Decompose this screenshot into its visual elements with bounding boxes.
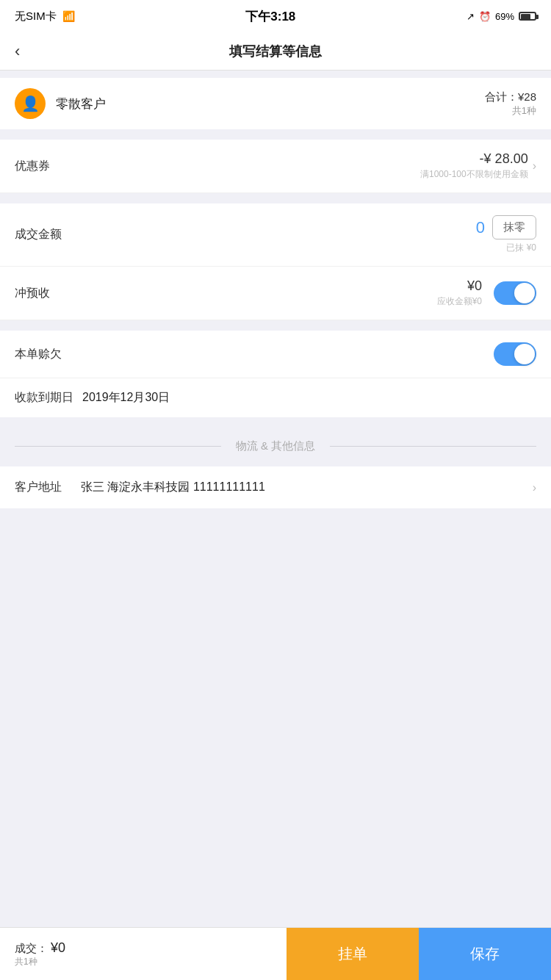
back-button[interactable]: ‹	[15, 42, 20, 61]
save-button[interactable]: 保存	[419, 928, 551, 980]
due-date-value: 2019年12月30日	[82, 390, 170, 406]
location-icon: ↗	[467, 11, 475, 22]
battery-icon	[519, 12, 536, 21]
bottom-deal-label: 成交：	[15, 942, 48, 956]
prepay-receivable: 应收金额¥0	[437, 295, 482, 308]
chevron-icon: ›	[533, 159, 536, 173]
grey-spacer	[0, 508, 551, 729]
coupon-label: 优惠券	[15, 159, 73, 174]
prepay-label: 冲预收	[15, 286, 73, 301]
total-amount: 合计：¥28	[485, 90, 536, 104]
due-date-row: 收款到期日 2019年12月30日	[0, 378, 551, 417]
avatar-icon: 👤	[21, 95, 40, 112]
divider-1	[0, 129, 551, 140]
debt-toggle-knob	[514, 344, 535, 364]
address-label: 客户地址	[15, 480, 73, 495]
bottom-bar: 成交： ¥0 共1种 挂单 保存	[0, 927, 551, 980]
transaction-row: 成交金额 0 抹零 已抹 ¥0	[0, 203, 551, 267]
hold-button[interactable]: 挂单	[287, 928, 419, 980]
logistics-line-right	[330, 446, 536, 447]
coupon-amount: -¥ 28.00	[480, 151, 528, 167]
divider-4	[0, 417, 551, 428]
nav-bar: ‹ 填写结算等信息	[0, 32, 551, 71]
alarm-icon: ⏰	[479, 11, 491, 22]
coupon-desc: 满1000-100不限制使用金额	[420, 168, 528, 181]
prepay-toggle[interactable]	[494, 281, 536, 305]
status-bar: 无SIM卡 📶 下午3:18 ↗ ⏰ 69%	[0, 0, 551, 32]
debt-row: 本单赊欠	[0, 331, 551, 378]
transaction-label: 成交金额	[15, 227, 73, 242]
coupon-value: -¥ 28.00 满1000-100不限制使用金额	[420, 151, 528, 181]
toggle-knob	[514, 283, 535, 303]
bottom-deal-amount: ¥0	[51, 940, 65, 956]
wifi-icon: 📶	[62, 10, 75, 22]
page-title: 填写结算等信息	[229, 43, 322, 60]
coupon-row[interactable]: 优惠券 -¥ 28.00 满1000-100不限制使用金额 ›	[0, 140, 551, 193]
bottom-info: 成交： ¥0 共1种	[0, 928, 287, 980]
already-rounded: 已抹 ¥0	[506, 242, 536, 254]
prepay-row: 冲预收 ¥0 应收金额¥0	[0, 267, 551, 320]
bottom-count: 共1种	[15, 956, 272, 968]
logistics-section: 物流 & 其他信息	[0, 428, 551, 465]
customer-summary: 合计：¥28 共1种	[485, 90, 536, 118]
logistics-text: 物流 & 其他信息	[236, 439, 315, 453]
total-count: 共1种	[485, 104, 536, 118]
status-right: ↗ ⏰ 69%	[467, 11, 536, 22]
address-row[interactable]: 客户地址 张三 海淀永丰科技园 11111111111 ›	[0, 466, 551, 508]
customer-name: 零散客户	[56, 96, 106, 112]
customer-row: 👤 零散客户 合计：¥28 共1种	[0, 78, 551, 129]
address-chevron-icon: ›	[533, 481, 536, 494]
status-time: 下午3:18	[245, 8, 295, 25]
due-date-label: 收款到期日	[15, 390, 73, 406]
status-left: 无SIM卡 📶	[15, 10, 75, 24]
round-zero-button[interactable]: 抹零	[492, 215, 536, 239]
content: 👤 零散客户 合计：¥28 共1种 优惠券 -¥ 28.00 满1000-100…	[0, 78, 551, 788]
signal-label: 无SIM卡	[15, 10, 57, 24]
debt-label: 本单赊欠	[15, 347, 73, 362]
logistics-line-left	[15, 446, 221, 447]
avatar: 👤	[15, 88, 46, 119]
battery-percent: 69%	[495, 11, 514, 22]
address-value: 张三 海淀永丰科技园 11111111111	[81, 480, 533, 495]
divider-3	[0, 320, 551, 331]
debt-toggle[interactable]	[494, 342, 536, 366]
divider-2	[0, 193, 551, 203]
transaction-value: 0	[476, 218, 485, 237]
prepay-amount: ¥0	[437, 278, 482, 294]
